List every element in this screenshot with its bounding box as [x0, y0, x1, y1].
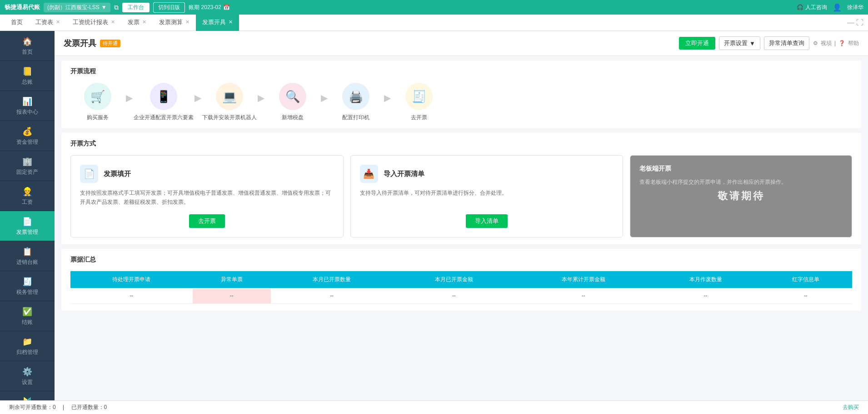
step1-icon: 🛒	[84, 83, 111, 110]
open-settings-button[interactable]: 开票设置 ▼	[719, 36, 760, 50]
step5-label: 配置打印机	[342, 114, 369, 121]
bottom-stats: 剩余可开通数量：0 | 已开通数量：0	[9, 404, 107, 411]
sidebar-item-settings[interactable]: ⚙️ 设置	[0, 361, 55, 391]
chevron-down-icon: ▼	[749, 40, 755, 47]
workflow-step-1: 🛒 购买服务	[70, 83, 125, 121]
go-invoice-button[interactable]: 去开票	[189, 214, 225, 228]
topbar-left: 畅捷通易代账 (勿副）江西服宝-LSS ▼ ⧉ 工作台 切到旧版 账期 2023…	[5, 2, 230, 13]
tab-invoice-calc[interactable]: 发票测算 ✕	[153, 15, 196, 31]
topbar-right: 🎧 人工咨询 👤 徐泽华	[797, 3, 863, 12]
sidebar-item-assets[interactable]: 🏢 固定资产	[0, 151, 55, 181]
chevron-down-icon: ▼	[101, 4, 107, 10]
remaining-label: 剩余可开通数量：0	[9, 404, 56, 410]
assets-icon: 🏢	[22, 157, 32, 167]
cell-month-amount: --	[393, 288, 515, 304]
sidebar-item-reports[interactable]: 📊 报表中心	[0, 91, 55, 121]
sidebar-item-invoice[interactable]: 📄 发票管理	[0, 211, 55, 241]
page-title: 发票开具	[64, 38, 96, 49]
coming-soon-overlay: 敬请期待	[630, 156, 852, 237]
cell-month-count: --	[271, 288, 393, 304]
tab-invoice-close[interactable]: ✕	[142, 19, 146, 25]
summary-table: 待处理开票申请 异常单票 本月已开票数量 本月已开票金额 本年累计开票金额 本月…	[70, 271, 852, 304]
method-card-import-header: 📥 导入开票清单	[360, 165, 614, 183]
sidebar-item-salary[interactable]: 👷 工资	[0, 181, 55, 211]
status-badge: 待开通	[100, 40, 120, 47]
tax-icon: 🧾	[22, 277, 32, 287]
sidebar-item-guide[interactable]: 🔰 新手引导	[0, 391, 55, 400]
support-button[interactable]: 🎧 人工咨询	[797, 4, 827, 11]
step4-icon: 🔍	[279, 83, 306, 110]
import-invoice-desc: 支持导入待开票清单，可对待开票清单进行拆分、合并处理。	[360, 188, 614, 207]
fill-invoice-icon: 📄	[80, 165, 98, 183]
tab-salary[interactable]: 工资表 ✕	[29, 15, 66, 31]
sidebar-item-home-label: 首页	[22, 48, 33, 56]
sidebar: 🏠 首页 📒 总账 📊 报表中心 💰 资金管理 🏢 固定资产 👷 工资 📄 发票…	[0, 31, 55, 400]
settle-icon: ✅	[22, 307, 32, 317]
funds-icon: 💰	[22, 126, 32, 136]
tab-invoice-label: 发票	[128, 18, 140, 26]
sidebar-item-settle-label: 结账	[22, 318, 33, 326]
username[interactable]: 徐泽华	[847, 4, 863, 11]
archive-icon: 📁	[22, 337, 32, 347]
sidebar-item-assets-label: 固定资产	[16, 168, 38, 176]
step4-label: 新增税盘	[282, 114, 304, 121]
method-card-fill: 📄 发票填开 支持按照发票格式手工填写开发票；可开具增值税电子普通发票、增值税普…	[70, 155, 344, 237]
tab-invoice-open-close[interactable]: ✕	[229, 19, 233, 25]
method-card-import: 📥 导入开票清单 支持导入待开票清单，可对待开票清单进行拆分、合并处理。 导入清…	[350, 155, 624, 237]
content-area: 发票开具 待开通 立即开通 开票设置 ▼ 异常清单查询 ⚙ 视埙 | ❓ 帮助	[55, 31, 868, 400]
user-avatar: 👤	[833, 3, 842, 12]
home-icon: 🏠	[22, 36, 32, 46]
sidebar-item-reports-label: 报表中心	[16, 108, 38, 116]
copy-icon: ⧉	[114, 4, 119, 11]
tab-salary-report[interactable]: 工资统计报表 ✕	[66, 15, 121, 31]
summary-title: 票据汇总	[70, 256, 852, 264]
col-abnormal: 异常单票	[193, 271, 271, 288]
sidebar-item-tax[interactable]: 🧾 税务管理	[0, 271, 55, 301]
workspace-button[interactable]: 工作台	[122, 3, 150, 12]
workflow-step-5: 🖨️ 配置打印机	[329, 83, 383, 121]
tab-invoice[interactable]: 发票 ✕	[121, 15, 153, 31]
page-header-right: 立即开通 开票设置 ▼ 异常清单查询 ⚙ 视埙 | ❓ 帮助	[679, 36, 859, 50]
salary-icon: 👷	[22, 187, 32, 197]
help-icon[interactable]: ❓	[838, 40, 845, 46]
sidebar-item-funds[interactable]: 💰 资金管理	[0, 121, 55, 151]
calendar-icon[interactable]: 📅	[223, 4, 230, 10]
page-header: 发票开具 待开通 立即开通 开票设置 ▼ 异常清单查询 ⚙ 视埙 | ❓ 帮助	[55, 31, 868, 56]
minimize-icon[interactable]: —	[847, 19, 854, 27]
open-now-button[interactable]: 立即开通	[679, 37, 715, 50]
sidebar-item-ledger[interactable]: 📒 总账	[0, 61, 55, 91]
abnormal-query-button[interactable]: 异常清单查询	[764, 36, 809, 50]
col-red-info: 红字信息单	[759, 271, 852, 288]
company-selector[interactable]: (勿副）江西服宝-LSS ▼	[44, 3, 110, 12]
col-month-amount: 本月已开票金额	[393, 271, 515, 288]
settings-small-icon[interactable]: ⚙	[813, 40, 818, 46]
step3-icon: 💻	[216, 83, 243, 110]
tab-home[interactable]: 首页	[5, 15, 29, 31]
maximize-icon[interactable]: ⛶	[856, 19, 863, 27]
tab-invoice-open[interactable]: 发票开具 ✕	[196, 15, 239, 31]
main-layout: 🏠 首页 📒 总账 📊 报表中心 💰 资金管理 🏢 固定资产 👷 工资 📄 发票…	[0, 31, 868, 400]
import-invoice-button[interactable]: 导入清单	[466, 214, 508, 228]
buy-link[interactable]: 去购买	[843, 404, 859, 411]
arrow-2: ▶	[195, 92, 201, 112]
tab-salary-close[interactable]: ✕	[56, 19, 60, 25]
step1-label: 购买服务	[87, 114, 109, 121]
view-label: 视埙	[821, 40, 832, 47]
old-version-button[interactable]: 切到旧版	[153, 2, 185, 13]
tab-invoice-open-label: 发票开具	[202, 18, 226, 26]
tab-invoice-calc-close[interactable]: ✕	[185, 19, 190, 25]
bottom-bar: 剩余可开通数量：0 | 已开通数量：0 去购买	[0, 400, 868, 414]
sidebar-item-purchase[interactable]: 📋 进销台账	[0, 241, 55, 271]
sidebar-item-home[interactable]: 🏠 首页	[0, 31, 55, 61]
tab-salary-report-close[interactable]: ✕	[111, 19, 115, 25]
fill-invoice-desc: 支持按照发票格式手工填写开发票；可开具增值税电子普通发票、增值税普通发票、增值税…	[80, 188, 334, 207]
sidebar-item-archive[interactable]: 📁 归档管理	[0, 331, 55, 361]
settings-icon: ⚙️	[22, 367, 32, 377]
step2-label: 企业开通配置开票六要素	[134, 114, 194, 121]
arrow-3: ▶	[258, 92, 264, 112]
summary-data-row: -- -- -- -- -- -- --	[70, 288, 852, 304]
page-title-area: 发票开具 待开通	[64, 38, 120, 49]
app-logo: 畅捷通易代账	[5, 3, 40, 11]
sidebar-item-settle[interactable]: ✅ 结账	[0, 301, 55, 331]
company-name: (勿副）江西服宝-LSS	[47, 4, 100, 11]
